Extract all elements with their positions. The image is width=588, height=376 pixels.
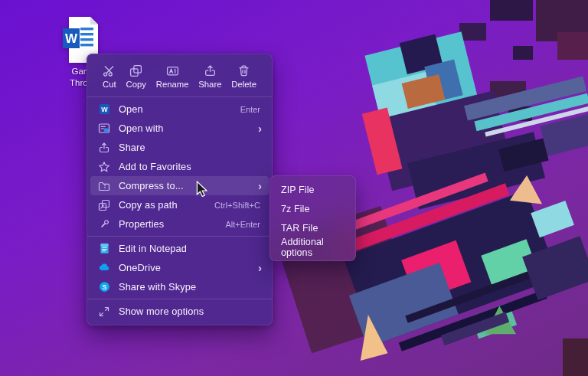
share-icon	[98, 142, 110, 154]
rename-button[interactable]: Rename	[153, 63, 192, 90]
delete-icon	[237, 64, 250, 77]
desktop: W Gam Throu Cut Copy	[0, 0, 588, 376]
onedrive-cloud-icon	[98, 262, 110, 274]
menu-item-open-with[interactable]: Open with ›	[90, 119, 269, 138]
copy-icon	[129, 64, 142, 77]
separator	[87, 299, 272, 299]
menu-item-show-more-options[interactable]: Show more options	[90, 302, 269, 321]
menu-item-label: Copy as path	[119, 199, 178, 211]
submenu-item-label: Additional options	[281, 237, 345, 258]
menu-item-label: Properties	[119, 218, 164, 230]
menu-item-label: OneDrive	[119, 262, 161, 273]
menu-item-label: Share with Skype	[119, 281, 196, 293]
menu-item-compress-to[interactable]: Compress to... ›	[90, 176, 269, 195]
notepad-icon	[98, 243, 110, 255]
svg-text:W: W	[101, 106, 108, 113]
delete-label: Delete	[231, 80, 256, 89]
show-more-icon	[98, 306, 110, 318]
menu-item-label: Open	[119, 103, 143, 115]
menu-item-label: Compress to...	[119, 180, 184, 191]
context-menu: Cut Copy Rename	[87, 54, 273, 325]
wallpaper-corner-block	[563, 338, 588, 376]
mouse-cursor	[196, 181, 208, 198]
submenu-item-label: 7z File	[281, 204, 310, 214]
chevron-right-icon: ›	[258, 123, 262, 134]
copy-as-path-icon	[98, 199, 110, 211]
accelerator: Enter	[240, 105, 260, 114]
svg-text:S: S	[102, 283, 106, 291]
quick-actions-row: Cut Copy Rename	[87, 58, 272, 94]
menu-item-add-to-favorites[interactable]: Add to Favorites	[90, 157, 269, 176]
copy-button[interactable]: Copy	[122, 63, 149, 90]
wrench-icon	[98, 218, 110, 231]
menu-item-properties[interactable]: Properties Alt+Enter	[90, 214, 269, 234]
submenu-item-label: TAR File	[281, 223, 318, 234]
cut-label: Cut	[103, 80, 116, 89]
copy-label: Copy	[126, 80, 145, 89]
menu-item-label: Show more options	[119, 306, 204, 317]
separator	[87, 236, 272, 237]
rename-icon	[166, 64, 179, 77]
menu-item-label: Open with	[119, 123, 164, 134]
cut-button[interactable]: Cut	[100, 63, 119, 90]
menu-item-copy-as-path[interactable]: Copy as path Ctrl+Shift+C	[90, 195, 269, 214]
submenu-item-zip-file[interactable]: ZIP File	[273, 180, 352, 199]
cut-icon	[103, 64, 116, 77]
accelerator: Ctrl+Shift+C	[214, 201, 260, 210]
rename-label: Rename	[156, 80, 189, 89]
share-icon	[204, 64, 217, 77]
submenu-item-label: ZIP File	[281, 185, 315, 195]
menu-item-label: Add to Favorites	[119, 161, 191, 172]
chevron-right-icon: ›	[258, 263, 262, 273]
compress-submenu: ZIP File 7z File TAR File Additional opt…	[270, 175, 356, 261]
delete-button[interactable]: Delete	[228, 63, 260, 90]
svg-text:W: W	[65, 31, 78, 46]
submenu-item-7z-file[interactable]: 7z File	[273, 199, 352, 218]
menu-item-label: Share	[119, 142, 145, 153]
compress-icon	[98, 180, 110, 192]
share-button[interactable]: Share	[195, 63, 224, 90]
star-icon	[98, 161, 110, 173]
menu-item-label: Edit in Notepad	[119, 243, 187, 254]
open-with-icon	[98, 123, 110, 135]
share-label: Share	[198, 80, 221, 89]
menu-item-edit-in-notepad[interactable]: Edit in Notepad	[90, 239, 269, 258]
word-icon: W	[98, 103, 110, 116]
submenu-item-tar-file[interactable]: TAR File	[273, 218, 352, 237]
menu-item-onedrive[interactable]: OneDrive ›	[90, 258, 269, 277]
menu-item-share[interactable]: Share	[90, 138, 269, 157]
skype-icon: S	[98, 281, 110, 293]
menu-item-open[interactable]: W Open Enter	[90, 100, 269, 119]
separator	[87, 96, 272, 97]
accelerator: Alt+Enter	[225, 220, 260, 229]
menu-item-share-with-skype[interactable]: S Share with Skype	[90, 277, 269, 296]
chevron-right-icon: ›	[258, 181, 262, 191]
submenu-item-additional-options[interactable]: Additional options	[273, 237, 352, 257]
